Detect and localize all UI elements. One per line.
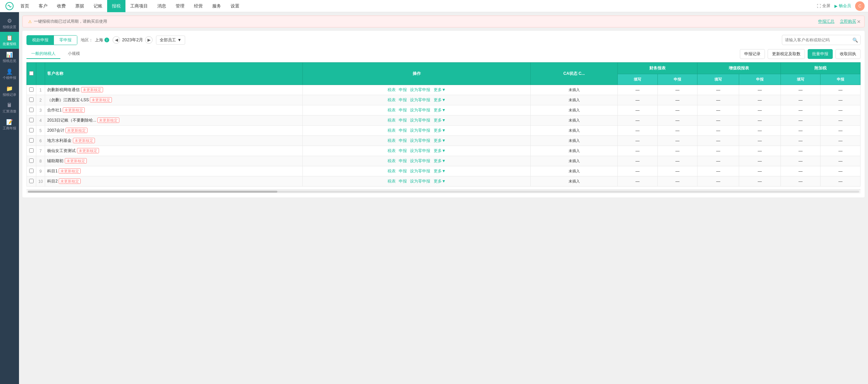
op-tax-table[interactable]: 税表 bbox=[388, 87, 396, 92]
upgrade-icon: ▶ bbox=[834, 4, 837, 8]
horizontal-scrollbar[interactable] bbox=[26, 189, 861, 193]
date-next-button[interactable]: ▶ bbox=[145, 36, 153, 44]
op-zero-declare[interactable]: 设为零申报 bbox=[410, 158, 430, 163]
date-prev-button[interactable]: ◀ bbox=[113, 36, 120, 44]
nav-settings[interactable]: 设置 bbox=[226, 0, 244, 12]
op-more[interactable]: 更多▼ bbox=[434, 118, 446, 123]
op-declare[interactable]: 申报 bbox=[399, 98, 407, 102]
nav-operation[interactable]: 经营 bbox=[189, 0, 208, 12]
op-tax-table[interactable]: 税表 bbox=[388, 138, 396, 143]
select-all-checkbox[interactable] bbox=[29, 71, 34, 76]
row-checkbox-cell bbox=[27, 105, 36, 115]
op-tax-table[interactable]: 税表 bbox=[388, 169, 396, 173]
op-more[interactable]: 更多▼ bbox=[434, 98, 446, 102]
op-zero-declare[interactable]: 设为零申报 bbox=[410, 98, 430, 102]
sidebar-item-tax-settings[interactable]: ⚙ 报税设置 bbox=[0, 15, 19, 32]
nav-invoice[interactable]: 票据 bbox=[71, 0, 89, 12]
sidebar-item-calc-clear[interactable]: 🖩 汇算清缴 bbox=[0, 100, 19, 116]
op-more[interactable]: 更多▼ bbox=[434, 158, 446, 163]
op-tax-table[interactable]: 税表 bbox=[388, 158, 396, 163]
op-declare[interactable]: 申报 bbox=[399, 138, 407, 143]
add-declare-header: 申报 bbox=[821, 74, 861, 85]
logo[interactable] bbox=[3, 0, 16, 12]
tab-small-scale[interactable]: 小规模 bbox=[63, 49, 85, 59]
op-more[interactable]: 更多▼ bbox=[434, 138, 446, 143]
op-declare[interactable]: 申报 bbox=[399, 158, 407, 163]
op-more[interactable]: 更多▼ bbox=[434, 87, 446, 92]
row-ca-status: 未插入 bbox=[531, 176, 618, 187]
avatar[interactable]: C bbox=[855, 1, 865, 11]
row-add-declare: — bbox=[821, 95, 861, 105]
nav-manage[interactable]: 管理 bbox=[171, 0, 189, 12]
nav-home[interactable]: 首页 bbox=[16, 0, 34, 12]
nav-client[interactable]: 客户 bbox=[34, 0, 52, 12]
op-zero-declare[interactable]: 设为零申报 bbox=[410, 169, 430, 173]
tab-zero-declare[interactable]: 零申报 bbox=[54, 36, 77, 45]
retrieve-button[interactable]: 收取回执 bbox=[835, 49, 861, 59]
financial-report-header: 财务报表 bbox=[618, 63, 697, 74]
nav-fee[interactable]: 收费 bbox=[52, 0, 71, 12]
nav-biz[interactable]: 工商项目 bbox=[125, 0, 153, 12]
op-more[interactable]: 更多▼ bbox=[434, 128, 446, 133]
row-checkbox[interactable] bbox=[29, 87, 34, 92]
op-declare[interactable]: 申报 bbox=[399, 148, 407, 153]
row-checkbox[interactable] bbox=[29, 118, 34, 122]
row-checkbox[interactable] bbox=[29, 148, 34, 153]
banner-link-buy[interactable]: 立即购买 bbox=[840, 19, 856, 24]
search-input[interactable] bbox=[782, 36, 850, 44]
op-declare[interactable]: 申报 bbox=[399, 179, 407, 184]
op-tax-table[interactable]: 税表 bbox=[388, 148, 396, 153]
row-checkbox[interactable] bbox=[29, 98, 34, 102]
row-checkbox[interactable] bbox=[29, 128, 34, 132]
search-button[interactable]: 🔍 bbox=[850, 35, 860, 45]
sidebar-item-tax-records[interactable]: 📁 报税记录 bbox=[0, 83, 19, 100]
batch-declare-button[interactable]: 批量申报 bbox=[808, 49, 833, 59]
op-declare[interactable]: 申报 bbox=[399, 169, 407, 173]
op-zero-declare[interactable]: 设为零申报 bbox=[410, 108, 430, 112]
declare-record-button[interactable]: 申报记录 bbox=[740, 49, 765, 59]
sidebar-item-tax-overview[interactable]: 📊 报税总览 bbox=[0, 49, 19, 66]
op-zero-declare[interactable]: 设为零申报 bbox=[410, 179, 430, 184]
op-more[interactable]: 更多▼ bbox=[434, 169, 446, 173]
op-more[interactable]: 更多▼ bbox=[434, 148, 446, 153]
op-tax-table[interactable]: 税表 bbox=[388, 108, 396, 112]
op-declare[interactable]: 申报 bbox=[399, 118, 407, 123]
op-more[interactable]: 更多▼ bbox=[434, 108, 446, 112]
op-zero-declare[interactable]: 设为零申报 bbox=[410, 118, 430, 123]
region-info-icon[interactable]: i bbox=[104, 38, 109, 42]
upgrade-button[interactable]: ▶ 畅会员 bbox=[834, 3, 851, 9]
nav-message[interactable]: 消息 bbox=[153, 0, 171, 12]
nav-bookkeeping[interactable]: 记账 bbox=[89, 0, 107, 12]
tab-general-taxpayer[interactable]: 一般的纳税人 bbox=[26, 49, 60, 59]
op-tax-table[interactable]: 税表 bbox=[388, 98, 396, 102]
op-declare[interactable]: 申报 bbox=[399, 108, 407, 112]
staff-selector[interactable]: 全部员工 ▼ bbox=[156, 36, 185, 45]
op-zero-declare[interactable]: 设为零申报 bbox=[410, 148, 430, 153]
row-checkbox[interactable] bbox=[29, 169, 34, 173]
sidebar-item-batch-tax[interactable]: 📋 批量报税 bbox=[0, 32, 19, 49]
op-tax-table[interactable]: 税表 bbox=[388, 118, 396, 123]
op-zero-declare[interactable]: 设为零申报 bbox=[410, 138, 430, 143]
sidebar-item-personal-tax[interactable]: 👤 个税申报 bbox=[0, 66, 19, 83]
op-declare[interactable]: 申报 bbox=[399, 128, 407, 133]
row-fin-fill: — bbox=[618, 105, 658, 115]
tab-declare[interactable]: 税款申报 bbox=[27, 36, 54, 45]
nav-tax[interactable]: 报税 bbox=[107, 0, 125, 12]
row-checkbox[interactable] bbox=[29, 179, 34, 183]
op-declare[interactable]: 申报 bbox=[399, 87, 407, 92]
fullscreen-button[interactable]: ⛶ 全屏 bbox=[817, 3, 830, 9]
banner-link-summary[interactable]: 申报汇总 bbox=[818, 19, 834, 24]
nav-service[interactable]: 服务 bbox=[208, 0, 226, 12]
row-checkbox[interactable] bbox=[29, 158, 34, 163]
op-zero-declare[interactable]: 设为零申报 bbox=[410, 87, 430, 92]
sidebar-item-biz-annual[interactable]: 📝 工商年报 bbox=[0, 116, 19, 133]
op-tax-table[interactable]: 税表 bbox=[388, 128, 396, 133]
op-tax-table[interactable]: 税表 bbox=[388, 179, 396, 184]
op-more[interactable]: 更多▼ bbox=[434, 179, 446, 184]
update-tax-rate-button[interactable]: 更新税定及取数 bbox=[768, 49, 805, 59]
banner-close-button[interactable]: ✕ bbox=[857, 19, 861, 24]
row-checkbox[interactable] bbox=[29, 138, 34, 143]
op-zero-declare[interactable]: 设为零申报 bbox=[410, 128, 430, 133]
badge-unset: 未更新核定 bbox=[59, 168, 81, 174]
row-checkbox[interactable] bbox=[29, 108, 34, 112]
